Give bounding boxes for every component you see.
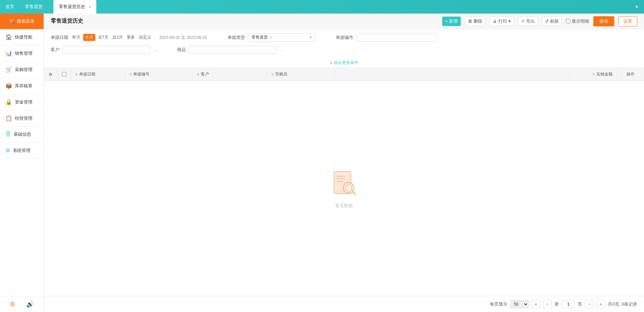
show-detail-label: 显示明细 [572,18,589,24]
goods-input[interactable] [189,46,277,54]
tab-retail-return-close[interactable]: × [46,5,48,9]
sidebar-item-inventory-label: 库存核算 [15,83,32,89]
type-filter: 单据类型 零售退货 × ▾ [228,33,315,42]
total-label: 共0页, 0条记录 [608,301,637,307]
empty-text: 暂无数据 [335,203,353,209]
filter-row-2: 客户 ... 商品 ... [51,46,637,54]
query-button-label: 查询 [599,19,608,24]
quick-nav-icon: 🏠 [5,34,12,40]
tab-home[interactable]: 首页 [0,0,20,14]
goods-filter: 商品 ... [177,46,283,54]
sidebar-item-inventory[interactable]: 📦 库存核算 [0,78,44,94]
customer-filter: 客户 ... [51,46,157,54]
sidebar-item-finance-label: 资金管理 [15,99,32,105]
page-number-input[interactable] [562,300,575,308]
tab-retail-return-label: 零售退货 [25,4,43,10]
tab-retail-return[interactable]: 零售退货 × [20,0,53,14]
th-spacer [335,68,570,81]
type-tag-close-icon[interactable]: × [270,36,272,40]
print-chevron-icon: ▾ [508,19,511,24]
sidebar-item-operations[interactable]: 📋 经营管理 [0,110,44,127]
th-guide-sort-icon: ⇅ [271,72,274,76]
sidebar-item-quick-nav[interactable]: 🏠 快捷导航 [0,29,44,45]
shortcut-custom[interactable]: 自定义 [138,34,152,41]
type-tag[interactable]: 零售退货 × ▾ [248,33,315,42]
th-checkbox[interactable] [57,68,71,81]
collapse-bar[interactable]: ∧ 收起更多条件 [51,58,637,68]
date-filter-label: 单据日期 [51,35,68,41]
window-close-button[interactable]: × [629,0,644,14]
show-detail-checkbox[interactable] [566,19,570,23]
svg-rect-2 [336,178,345,179]
sidebar-item-operations-label: 经营管理 [15,115,32,121]
page-last-btn[interactable]: » [596,300,605,309]
query-button[interactable]: 查询 [593,16,614,26]
sidebar-item-system[interactable]: ⚙ 系统管理 [0,142,44,159]
page-first-btn[interactable]: « [531,300,540,309]
filter-row-1: 单据日期 昨天 今天 近7天 近1月 更多 自定义 2023-06-02 至 2… [51,33,637,42]
shortcut-today[interactable]: 今天 [83,34,95,41]
customer-input[interactable] [62,46,150,54]
th-docno-label: 单据编号 [133,71,149,77]
th-customer: ⇅ 客户 [193,68,267,81]
sidebar-settings-icon[interactable]: ⚙ [10,300,15,308]
shortcut-yesterday[interactable]: 昨天 [71,34,82,41]
sidebar-item-quick-nav-label: 快捷导航 [15,34,32,40]
export-button[interactable]: ↗ 导出 [518,17,538,26]
docno-filter-label: 单据编号 [336,35,353,41]
customer-filter-label: 客户 [51,47,59,53]
delete-button[interactable]: 🗑 删除 [465,17,485,26]
sidebar-audio-icon[interactable]: 🔊 [26,300,34,308]
sidebar-item-purchase[interactable]: 🛒 采购管理 [0,62,44,78]
header-actions: + 新增 🗑 删除 🖨 打印 ▾ ↗ 导出 ↺ 刷新 [442,16,637,26]
goods-dots: ... [280,47,283,52]
shortcut-more[interactable]: 更多 [125,34,136,41]
th-ops-label: 操作 [626,71,635,77]
shortcut-7days[interactable]: 近7天 [97,34,110,41]
tab-retail-return-history-close[interactable]: × [89,5,91,9]
svg-line-6 [353,192,355,195]
th-amount: ⇅ 实销金额 [570,68,617,81]
svg-rect-3 [336,181,343,182]
setting-button[interactable]: 设置 [618,16,637,26]
select-all-checkbox[interactable] [62,72,66,76]
shortcut-1month[interactable]: 近1月 [111,34,124,41]
show-detail-wrap: 显示明细 [566,18,589,24]
pagination-bar: 每页显示 50 100 200 « ‹ 第 页 › » 共0页, 0条记录 [44,296,644,312]
new-button[interactable]: + 新增 [442,17,461,26]
print-button[interactable]: 🖨 打印 ▾ [490,17,514,26]
page-suffix: 页 [578,301,582,307]
sidebar-item-basic-info[interactable]: 🗄 基础信息 [0,127,44,142]
sidebar-item-sales[interactable]: 📊 销售管理 [0,45,44,62]
type-tag-arrow-icon: ▾ [310,35,312,40]
page-next-btn[interactable]: › [585,300,594,309]
th-date-sort-icon: ⇅ [75,72,78,76]
basic-info-icon: 🗄 [5,131,11,137]
sidebar-item-finance[interactable]: 🔒 资金管理 [0,94,44,110]
table-wrapper: ⚙ ⇅ 单据日期 ⇅ 单据编号 ⇅ 客户 ⇅ [44,68,644,296]
sidebar-search[interactable]: 🔍 搜索菜单 [0,14,44,29]
filter-area: 单据日期 昨天 今天 近7天 近1月 更多 自定义 2023-06-02 至 2… [44,29,644,68]
date-filter: 单据日期 昨天 今天 近7天 近1月 更多 自定义 [51,34,152,41]
empty-state: 暂无数据 [44,81,644,296]
svg-rect-1 [336,176,347,177]
th-settings[interactable]: ⚙ [44,68,57,81]
date-shortcuts: 昨天 今天 近7天 近1月 更多 自定义 [71,34,152,41]
type-tag-value: 零售退货 [252,35,268,40]
table-header: ⚙ ⇅ 单据日期 ⇅ 单据编号 ⇅ 客户 ⇅ [44,68,644,81]
sidebar-item-sales-label: 销售管理 [15,50,32,57]
refresh-button[interactable]: ↺ 刷新 [542,17,562,26]
content-area: 零售退货历史 + 新增 🗑 删除 🖨 打印 ▾ ↗ 导出 [44,14,644,312]
th-amount-label: 实销金额 [596,71,613,77]
docno-input[interactable] [356,34,437,42]
tab-retail-return-history[interactable]: 零售退货历史 × [53,0,96,14]
th-amount-sort-icon: ⇅ [592,72,595,76]
main-layout: 🔍 搜索菜单 🏠 快捷导航 📊 销售管理 🛒 采购管理 📦 库存核算 🔒 资金管… [0,14,644,312]
sidebar-search-label: 搜索菜单 [17,18,34,24]
system-icon: ⚙ [5,147,10,154]
date-range-text: 2023-06-02 至 2023-06-02 [159,35,207,41]
sales-icon: 📊 [5,50,12,57]
page-header: 零售退货历史 + 新增 🗑 删除 🖨 打印 ▾ ↗ 导出 [44,14,644,29]
per-page-select[interactable]: 50 100 200 [510,300,529,308]
page-prev-btn[interactable]: ‹ [543,300,552,309]
